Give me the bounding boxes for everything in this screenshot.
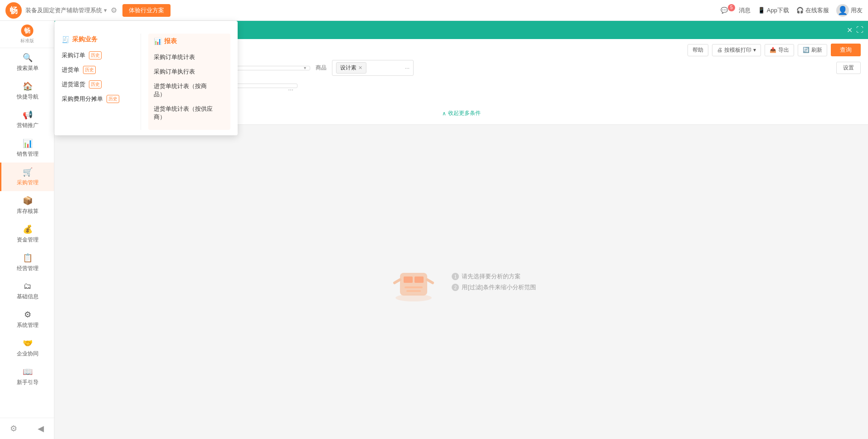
sidebar-item-operations[interactable]: 📋 经营管理 [0,248,54,277]
dropdown-divider [141,34,141,130]
purchase-return-label: 进货退货 [62,80,85,89]
folder-icon: 🗂 [24,281,32,291]
tab-bar-end: ✕ ⛶ [847,21,868,39]
svg-line-11 [427,280,433,283]
tab-close-all-icon[interactable]: ✕ [847,26,853,35]
messages-item[interactable]: 💬 5 消息 [721,6,751,15]
dropdown-item-purchase-order[interactable]: 采购订单 历史 [62,48,133,63]
dropdown-report-col: 📊 报表 采购订单统计表 采购订单执行表 进货单统计表（按商品） 进货单统计表（… [148,34,231,130]
dropdown-report-title: 📊 报表 [154,35,225,45]
report-1-label: 采购订单执行表 [154,68,195,76]
goods-tag-close[interactable]: ✕ [358,65,362,71]
goods-tag-label: 设计素 [340,64,356,72]
sidebar-item-system[interactable]: ⚙ 系统管理 [0,305,54,334]
tab-fullscreen-icon[interactable]: ⛶ [856,26,863,34]
user-item[interactable]: 👤 用友 [836,4,863,17]
chart-icon: 📊 [23,138,33,148]
sidebar-item-guide[interactable]: 📖 新手引导 [0,362,54,391]
print-btn[interactable]: 🖨 按模板打印 ▾ [712,44,761,56]
svg-text:畅: 畅 [10,6,18,15]
dropdown-item-report-2[interactable]: 进货单统计表（按商品） [154,79,225,102]
empty-dot-2: 2 [452,284,459,291]
purchase-expense-label: 采购费用分摊单 [62,95,103,103]
sidebar-item-quicknav[interactable]: 🏠 快捷导航 [0,77,54,105]
app-download-label: App下载 [767,6,789,15]
empty-tip-2: 2 用[过滤]条件来缩小分析范围 [452,283,536,291]
svg-rect-9 [406,290,421,292]
sidebar-item-label: 快捷导航 [17,93,39,101]
bottom-settings-icon[interactable]: ⚙ [10,424,17,434]
query-btn[interactable]: 查询 [831,44,861,56]
sidebar-item-inventory[interactable]: 📦 库存核算 [0,191,54,220]
sidebar-item-search[interactable]: 🔍 搜索菜单 [0,48,54,77]
gear-icon: ⚙ [24,310,31,320]
empty-tip-1-text: 请先选择要分析的方案 [462,272,521,281]
clipboard-icon: 📋 [23,253,33,263]
online-service-label: 在线客服 [805,6,829,15]
goods-dots-icon[interactable]: ··· [405,65,410,71]
report-2-label: 进货单统计表（按商品） [154,82,218,99]
online-service-item[interactable]: 🎧 在线客服 [796,6,829,15]
industry-btn[interactable]: 体验行业方案 [122,4,171,17]
collapse-sidebar-icon[interactable]: ◀ [38,424,44,434]
book-icon: 📖 [23,367,33,377]
sidebar-item-label: 资金管理 [17,236,39,244]
salesperson-dots[interactable]: ··· [288,86,293,93]
megaphone-icon: 📢 [23,110,33,120]
empty-illustration [386,259,441,305]
sidebar-item-label: 基础信息 [17,293,39,301]
top-bar-right: 💬 5 消息 📱 App下载 🎧 在线客服 👤 用友 [721,4,863,17]
empty-tip-1: 1 请先选择要分析的方案 [452,272,536,281]
collapse-up-icon: ∧ [442,110,446,117]
empty-svg [386,259,441,305]
dropdown-purchase-col: 🧾 采购业务 采购订单 历史 进货单 历史 进货退货 历史 采购费用分摊单 [62,34,133,130]
app-download-item[interactable]: 📱 App下载 [758,6,789,15]
main-content: 1 请先选择要分析的方案 2 用[过滤]条件来缩小分析范围 [54,125,868,439]
settings-icon[interactable]: ⚙ [111,6,117,15]
sidebar-item-label: 经营管理 [17,265,39,272]
sidebar-item-enterprise[interactable]: 🤝 企业协同 [0,334,54,362]
print-label: 按模板打印 [724,46,751,54]
dropdown-item-report-3[interactable]: 进货单统计表（按供应商） [154,102,225,124]
report-title-icon: 📊 [154,38,161,45]
dropdown-item-report-1[interactable]: 采购订单执行表 [154,64,225,79]
refresh-btn[interactable]: 🔄 刷新 [798,44,827,56]
report-title-text: 报表 [164,37,177,45]
svg-rect-8 [405,286,423,288]
voucher-status-arrow: ▾ [304,65,306,70]
dropdown-item-purchase-expense[interactable]: 采购费用分摊单 历史 [62,92,133,106]
sidebar-item-purchase[interactable]: 🛒 采购管理 [0,163,54,191]
dropdown-item-purchase-receipt[interactable]: 进货单 历史 [62,63,133,77]
sidebar-item-label: 搜索菜单 [17,64,39,72]
svg-line-10 [395,280,400,283]
sidebar-item-sales[interactable]: 📊 销售管理 [0,134,54,163]
title-dropdown-icon[interactable]: ▾ [104,7,107,14]
dropdown-item-purchase-return[interactable]: 进货退货 历史 [62,77,133,92]
money-icon: 💰 [23,224,33,234]
export-btn[interactable]: 📤 导出 [765,44,794,56]
sidebar-item-basic[interactable]: 🗂 基础信息 [0,277,54,305]
sidebar-item-finance[interactable]: 💰 资金管理 [0,220,54,248]
box-icon: 📦 [23,196,33,206]
top-bar-left: 畅 装备及固定资产辅助管理系统 ▾ ⚙ 体验行业方案 [5,2,721,19]
help-btn[interactable]: 帮助 [688,44,708,56]
sidebar-item-marketing[interactable]: 📢 营销推广 [0,105,54,134]
cart-icon: 🛒 [23,167,33,177]
sidebar-logo-icon: 畅 [19,25,36,37]
purchase-title-text: 采购业务 [72,35,98,44]
refresh-icon: 🔄 [803,47,809,53]
svg-rect-7 [414,276,424,283]
setting-btn[interactable]: 设置 [836,62,861,74]
history-badge-1: 历史 [83,66,96,74]
export-label: 导出 [778,46,789,54]
goods-select[interactable]: 设计素 ✕ ··· [332,60,414,76]
print-icon: 🖨 [717,47,722,53]
user-label: 用友 [851,6,863,15]
toolbar-actions: 帮助 🖨 按模板打印 ▾ 📤 导出 🔄 刷新 查询 [688,44,861,56]
dropdown-item-report-0[interactable]: 采购订单统计表 [154,50,225,64]
purchase-title-icon: 🧾 [62,36,69,43]
empty-text: 1 请先选择要分析的方案 2 用[过滤]条件来缩小分析范围 [452,272,536,291]
collapse-label: 收起更多条件 [448,109,481,117]
print-dropdown-icon[interactable]: ▾ [753,47,756,53]
sidebar-item-label: 新手引导 [17,379,39,386]
